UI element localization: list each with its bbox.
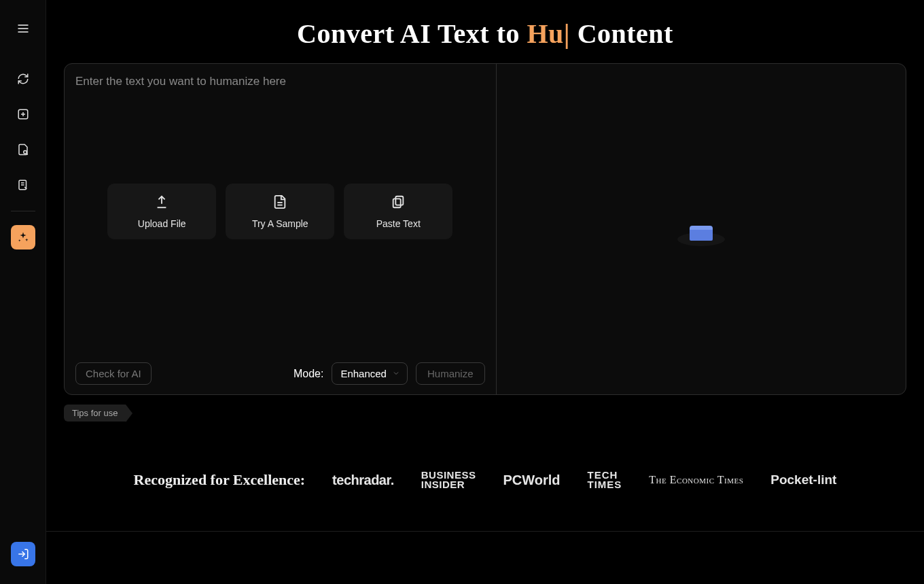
sparkle-icon[interactable]: [11, 225, 35, 250]
mode-label: Mode:: [294, 368, 323, 380]
login-icon[interactable]: [11, 542, 35, 566]
upload-file-button[interactable]: Upload File: [107, 184, 216, 239]
title-animated: Hu: [527, 18, 563, 49]
search-doc-icon[interactable]: [11, 137, 35, 162]
sidebar-divider: [11, 211, 35, 211]
tips-chip[interactable]: Tips for use: [64, 405, 126, 422]
empty-state-icon: [677, 212, 725, 246]
brand-business-insider: BUSINESS INSIDER: [421, 470, 476, 490]
mode-value: Enhanced: [340, 368, 387, 379]
recognized-label: Recognized for Excellence:: [134, 471, 306, 489]
svg-rect-13: [393, 199, 401, 207]
title-suffix: Content: [570, 18, 673, 49]
workarea: Upload File Try A Sample Paste Text Chec…: [64, 63, 906, 395]
action-cards: Upload File Try A Sample Paste Text: [75, 184, 485, 239]
output-pane: [497, 64, 906, 394]
edit-doc-icon[interactable]: [11, 173, 35, 197]
pane-footer: Check for AI Mode: Enhanced Humanize: [75, 362, 485, 385]
brand-techradar: techradar.: [332, 473, 394, 488]
sidebar: [0, 0, 46, 584]
paste-label: Paste Text: [376, 218, 421, 229]
try-sample-button[interactable]: Try A Sample: [226, 184, 334, 239]
paste-text-button[interactable]: Paste Text: [344, 184, 452, 239]
humanize-input[interactable]: [75, 75, 485, 102]
document-icon: [272, 194, 287, 211]
input-pane: Upload File Try A Sample Paste Text Chec…: [65, 64, 497, 394]
title-prefix: Convert AI Text to: [297, 18, 527, 49]
brand-pcworld: PCWorld: [503, 473, 560, 488]
sample-label: Try A Sample: [252, 218, 308, 229]
paste-icon: [391, 194, 406, 211]
humanize-button[interactable]: Humanize: [416, 362, 485, 385]
menu-icon[interactable]: [11, 16, 35, 41]
check-ai-button[interactable]: Check for AI: [75, 362, 152, 385]
rotate-icon[interactable]: [11, 67, 35, 91]
brand-economic-times: The Economic Times: [649, 474, 743, 486]
brand-pocket-lint: Pocket-lint: [770, 473, 836, 487]
chevron-down-icon: [392, 368, 400, 379]
upload-label: Upload File: [138, 218, 186, 229]
svg-rect-12: [396, 196, 404, 205]
title-cursor: |: [564, 18, 570, 49]
upload-icon: [154, 194, 169, 211]
recognized-row: Recognized for Excellence: techradar. BU…: [46, 470, 924, 490]
divider: [46, 531, 924, 532]
plus-icon[interactable]: [11, 102, 35, 126]
brand-techtimes: TECH TIMES: [587, 470, 622, 490]
page-title: Convert AI Text to Hu| Content: [46, 18, 924, 50]
mode-select[interactable]: Enhanced: [332, 362, 408, 385]
main: Convert AI Text to Hu| Content Upload Fi…: [46, 0, 924, 584]
